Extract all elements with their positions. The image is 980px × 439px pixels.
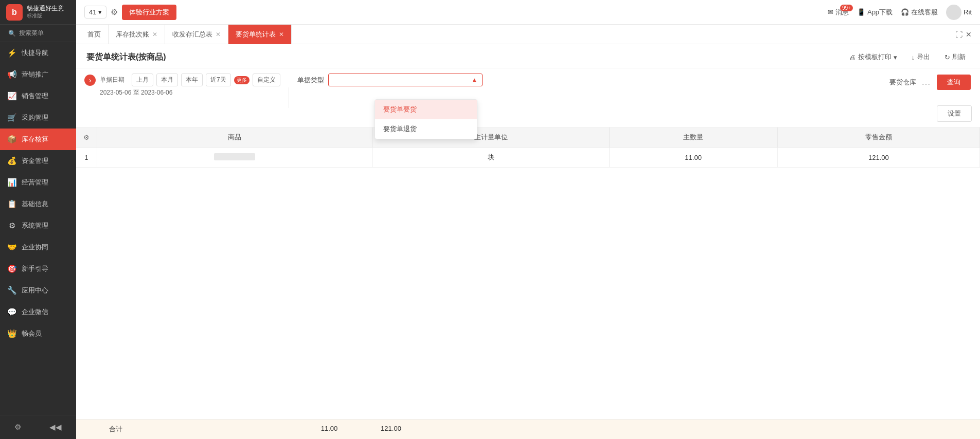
search-icon: 🔍 [8,30,16,37]
sidebar-item-label: 基础信息 [22,199,48,209]
footer-total-label: 合计 [103,425,298,434]
sidebar-item-guide[interactable]: 🎯 新手引导 [0,258,76,280]
date-btn-last-month[interactable]: 上月 [132,74,153,86]
trial-button[interactable]: 体验行业方案 [122,5,176,20]
sidebar-item-basic[interactable]: 📋 基础信息 [0,193,76,215]
settings-bottom-icon[interactable]: ⚙ [11,419,24,435]
sidebar-item-operation[interactable]: 📊 经营管理 [0,172,76,193]
header-right: ✉ 消息 99+ 📱 App下载 🎧 在线客服 Rit [828,5,972,20]
table-row: 1 块 11.00 121.00 [76,148,980,168]
company-selector[interactable]: 41 ▾ [84,6,106,19]
set-button[interactable]: 设置 [937,105,972,122]
sidebar-item-label: 畅会员 [22,329,42,338]
user-avatar-area[interactable]: Rit [946,5,972,20]
tab-order-summary[interactable]: 要货单统计表 ✕ [228,25,292,44]
col-settings[interactable]: ⚙ [76,127,97,148]
export-button[interactable]: ↓ 导出 [907,50,935,64]
tab-collect-summary-close[interactable]: ✕ [216,31,221,38]
sidebar-search[interactable]: 🔍 搜索菜单 [0,25,76,42]
type-dropdown: 要货单要货 要货单退货 [375,99,477,139]
type-select-value [333,76,335,84]
footer-spacer [82,425,103,434]
col-quantity: 主数量 [609,127,777,148]
sidebar-item-system[interactable]: ⚙ 系统管理 [0,215,76,236]
sidebar-item-quick-nav[interactable]: ⚡ 快捷导航 [0,42,76,64]
page-content: 要货单统计表(按商品) 🖨 按模板打印 ▾ ↓ 导出 ↻ 刷新 › [76,44,980,439]
sidebar-item-sales[interactable]: 📈 销售管理 [0,85,76,107]
print-button[interactable]: 🖨 按模板打印 ▾ [845,50,901,64]
messages-badge: 99+ [840,5,853,11]
sidebar-item-label: 企业协同 [22,243,48,252]
purchase-icon: 🛒 [6,112,17,123]
online-service-label: 在线客服 [911,8,938,17]
tab-order-summary-close[interactable]: ✕ [279,31,284,38]
sidebar-item-wechat[interactable]: 💬 企业微信 [0,301,76,323]
basic-icon: 📋 [6,198,17,210]
logo-icon: b [6,4,23,21]
table-container: ⚙ 商品 主计量单位 主数量 零售金额 1 块 [76,127,980,419]
tab-batch-account-close[interactable]: ✕ [152,31,157,38]
sidebar-item-marketing[interactable]: 📢 营销推广 [0,64,76,85]
filter-row: › 单据日期 上月 本月 本年 近7天 更多 自定义 2023-05-06 至 … [76,68,980,127]
top-header: 41 ▾ ⚙ 体验行业方案 ✉ 消息 99+ 📱 App下载 🎧 在线客服 R [76,0,980,25]
sidebar-item-inventory[interactable]: 📦 库存核算 [0,129,76,150]
col-amount: 零售金额 [777,127,979,148]
date-more-badge[interactable]: 更多 [234,76,250,84]
dropdown-item-return-goods[interactable]: 要货单退货 [375,119,477,139]
print-icon: 🖨 [849,53,856,61]
messages-button[interactable]: ✉ 消息 99+ [828,8,849,17]
date-options-row: 单据日期 上月 本月 本年 近7天 更多 自定义 [100,74,280,86]
search-label: 搜索菜单 [19,29,44,38]
page-title: 要货单统计表(按商品) [86,52,166,63]
sidebar-item-label: 资金管理 [22,156,48,166]
collapse-icon[interactable]: ◀◀ [46,419,65,435]
quick-nav-icon: ⚡ [6,47,17,59]
tab-close-all-icon[interactable]: ✕ [966,30,972,39]
app-download-button[interactable]: 📱 App下载 [857,8,893,17]
sidebar-item-label: 系统管理 [22,221,48,230]
sidebar-item-label: 经营管理 [22,178,48,187]
sidebar-item-purchase[interactable]: 🛒 采购管理 [0,107,76,129]
inventory-icon: 📦 [6,134,17,145]
refresh-icon: ↻ [945,53,950,61]
tab-collect-summary[interactable]: 收发存汇总表 ✕ [165,25,228,44]
date-btn-this-year[interactable]: 本年 [181,74,203,86]
tab-batch-account[interactable]: 库存批次账 ✕ [109,25,165,44]
type-select-chevron-icon: ▲ [471,76,478,84]
date-filter-group: 单据日期 上月 本月 本年 近7天 更多 自定义 2023-05-06 至 20… [100,74,280,97]
company-value: 41 [89,8,96,16]
logo-area: b 畅捷通好生意 标准版 [0,0,76,25]
footer-total-amount: 121.00 [360,425,422,434]
column-settings-icon[interactable]: ⚙ [83,134,90,141]
sidebar: b 畅捷通好生意 标准版 🔍 搜索菜单 ⚡ 快捷导航 📢 营销推广 📈 销售管理… [0,0,76,439]
refresh-button[interactable]: ↻ 刷新 [940,50,970,64]
type-select-box[interactable]: ▲ [328,74,483,86]
row-unit: 块 [372,148,609,168]
filter-expand-button[interactable]: › [84,75,96,86]
date-btn-7days[interactable]: 近7天 [206,74,231,86]
query-button[interactable]: 查询 [937,75,971,90]
system-icon: ⚙ [6,220,17,231]
tab-home[interactable]: 首页 [80,25,109,44]
tab-expand-icon[interactable]: ⛶ [955,30,963,39]
footer-total-quantity: 11.00 [298,425,360,434]
date-btn-custom[interactable]: 自定义 [253,74,280,86]
header-left: 41 ▾ ⚙ 体验行业方案 [84,5,176,20]
sidebar-item-label: 企业微信 [22,307,48,317]
print-label: 按模板打印 [858,52,892,62]
sidebar-item-cooperation[interactable]: 🤝 企业协同 [0,236,76,258]
sidebar-item-label: 库存核算 [22,135,48,144]
dropdown-item-order-goods[interactable]: 要货单要货 [375,100,477,119]
sidebar-item-app-center[interactable]: 🔧 应用中心 [0,280,76,301]
operation-icon: 📊 [6,177,17,188]
type-filter-group: 单据类型 ▲ [297,74,881,86]
sidebar-item-member[interactable]: 👑 畅会员 [0,323,76,344]
online-service-button[interactable]: 🎧 在线客服 [901,8,938,17]
header-settings-icon[interactable]: ⚙ [111,7,118,17]
sidebar-item-finance[interactable]: 💰 资金管理 [0,150,76,172]
date-btn-this-month[interactable]: 本月 [156,74,178,86]
warehouse-more-icon[interactable]: … [919,77,933,87]
col-product: 商品 [97,127,372,148]
message-icon: ✉ [828,8,833,16]
warehouse-filter-group: 要货仓库 … [889,77,933,87]
